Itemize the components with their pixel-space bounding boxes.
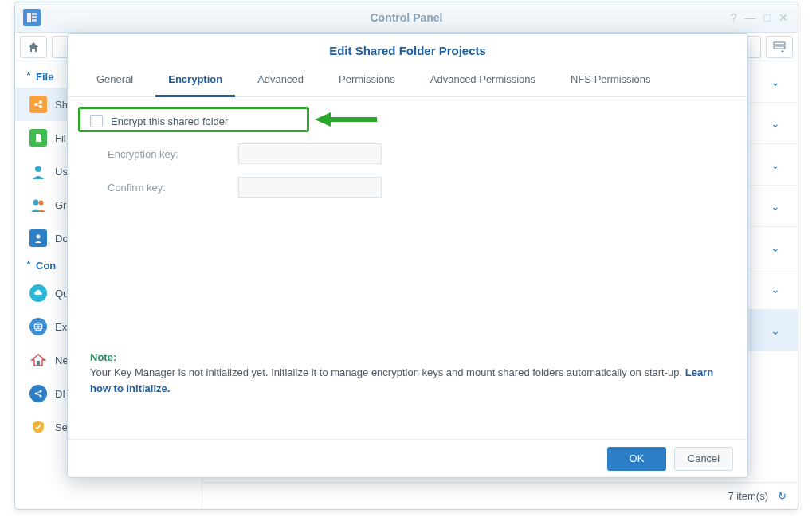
tab-advanced[interactable]: Advanced (245, 65, 316, 96)
item-count: 7 item(s) (728, 490, 768, 502)
close-icon[interactable]: ✕ (779, 11, 788, 24)
svg-point-9 (35, 166, 41, 172)
minimize-icon[interactable]: — (745, 11, 756, 24)
group-icon (29, 196, 47, 214)
cloud-icon (29, 284, 47, 302)
tab-bar: General Encryption Advanced Permissions … (68, 65, 747, 97)
tab-nfs-permissions[interactable]: NFS Permissions (558, 65, 663, 96)
sidebar-item-label: Sh (55, 99, 68, 111)
dialog-title: Edit Shared Folder Projects (68, 34, 747, 65)
dialog-footer: OK Cancel (68, 439, 747, 477)
svg-rect-14 (37, 361, 40, 366)
encrypt-checkbox-label: Encrypt this shared folder (111, 116, 228, 127)
svg-point-12 (37, 235, 41, 239)
domain-icon (29, 229, 47, 247)
chevron-down-icon: ⌄ (771, 159, 780, 171)
svg-rect-5 (774, 46, 785, 49)
tab-permissions[interactable]: Permissions (326, 65, 408, 96)
network-icon (29, 351, 47, 369)
shield-icon (29, 418, 47, 436)
status-bar: 7 item(s) ↻ (202, 482, 798, 509)
chevron-up-icon: ˄ (26, 261, 31, 272)
svg-point-11 (39, 201, 44, 206)
sidebar-item-label: Ex (55, 321, 67, 333)
app-icon (23, 9, 41, 26)
confirm-key-input (238, 177, 382, 198)
encrypt-checkbox[interactable] (90, 115, 103, 127)
window-title: Control Panel (15, 11, 798, 24)
encryption-key-label: Encryption key: (108, 148, 227, 160)
svg-point-10 (33, 200, 39, 206)
globe-icon (29, 318, 47, 335)
tab-advanced-permissions[interactable]: Advanced Permissions (418, 65, 548, 96)
chevron-down-icon: ⌄ (771, 324, 780, 337)
sidebar-item-label: Fil (55, 132, 66, 144)
user-icon (29, 163, 47, 180)
encrypt-checkbox-row: Encrypt this shared folder (90, 112, 725, 131)
tab-general[interactable]: General (84, 65, 146, 96)
ok-button[interactable]: OK (607, 447, 666, 471)
tab-body-encryption: Encrypt this shared folder Encryption ke… (68, 97, 747, 439)
note-block: Note: Your Key Manager is not initialize… (90, 350, 725, 397)
maximize-icon[interactable]: □ (764, 11, 771, 24)
refresh-icon[interactable]: ↻ (778, 490, 787, 502)
cancel-button[interactable]: Cancel (674, 447, 733, 471)
share-icon (29, 96, 47, 113)
svg-rect-1 (32, 13, 37, 15)
titlebar: Control Panel ? — □ ✕ (15, 2, 798, 33)
svg-rect-2 (32, 16, 37, 18)
note-heading: Note: (90, 350, 725, 366)
sidebar-item-label: Gr (55, 199, 66, 211)
home-button[interactable] (20, 36, 47, 58)
help-icon[interactable]: ? (731, 11, 737, 24)
sidebar-item-label: Us (55, 166, 68, 178)
chevron-down-icon: ⌄ (771, 241, 780, 254)
svg-rect-4 (774, 42, 785, 45)
chevron-down-icon: ⌄ (771, 200, 780, 213)
svg-rect-0 (27, 13, 31, 22)
dhcp-icon (29, 385, 47, 402)
note-text: Your Key Manager is not initialized yet.… (90, 366, 682, 378)
encryption-key-input (238, 143, 382, 164)
edit-shared-folder-dialog: Edit Shared Folder Projects General Encr… (67, 33, 748, 478)
chevron-down-icon: ⌄ (771, 283, 780, 296)
chevron-down-icon: ⌄ (771, 76, 780, 88)
chevron-up-icon: ˄ (26, 72, 31, 83)
chevron-down-icon: ⌄ (771, 117, 780, 130)
tab-encryption[interactable]: Encryption (155, 65, 235, 97)
confirm-key-label: Confirm key: (108, 182, 227, 194)
layout-toggle-button[interactable] (766, 36, 793, 58)
svg-rect-3 (32, 19, 37, 22)
file-icon (29, 129, 47, 147)
